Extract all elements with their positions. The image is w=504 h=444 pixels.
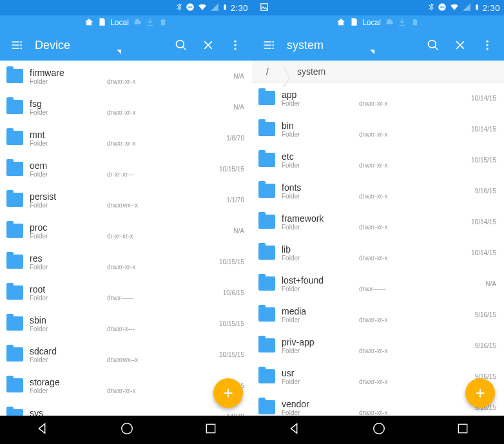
item-permissions: drwxr-xr-x — [359, 378, 387, 385]
item-name: sys — [30, 408, 199, 416]
overflow-button[interactable] — [474, 32, 500, 58]
list-item[interactable]: framework Folder drwxr-xr-x 10/14/15 — [252, 206, 504, 237]
close-button[interactable] — [195, 32, 221, 58]
item-date: 9/16/15 — [458, 188, 496, 195]
folder-icon — [6, 193, 23, 207]
folder-icon — [6, 162, 23, 176]
close-button[interactable] — [447, 32, 473, 58]
item-kind: Folder — [282, 285, 359, 293]
list-item[interactable]: fonts Folder drwxr-xr-x 9/16/15 — [252, 175, 504, 206]
nav-bar — [0, 416, 252, 444]
list-item[interactable]: oem Folder dr-xr-xr--- 10/15/15 — [0, 153, 252, 184]
search-button[interactable] — [420, 32, 446, 58]
list-item[interactable]: mnt Folder drwxr-xr-x 1/8/70 — [0, 122, 252, 153]
list-item[interactable]: persist Folder drwxrwx--x 1/1/70 — [0, 184, 252, 215]
folder-icon — [6, 285, 23, 300]
list-item[interactable]: bin Folder drwxr-xr-x 10/14/15 — [252, 113, 504, 144]
download-icon[interactable] — [146, 17, 155, 28]
item-permissions: drwxr-xr-x — [107, 387, 135, 394]
trash-icon[interactable] — [411, 17, 420, 28]
trash-icon[interactable] — [159, 17, 168, 28]
sdcard-icon[interactable] — [97, 17, 106, 28]
fab-add-button[interactable] — [213, 378, 243, 408]
item-name: fsg — [30, 99, 199, 109]
item-permissions: drwxr-xr-x — [359, 255, 387, 262]
list-item[interactable]: fsg Folder drwxr-xr-x N/A — [0, 92, 252, 122]
item-date: 10/14/15 — [458, 126, 496, 133]
toolbar: system — [252, 30, 504, 61]
svg-point-18 — [486, 41, 488, 43]
item-permissions: drwxrwx--x — [107, 202, 138, 209]
item-kind: Folder — [30, 78, 107, 85]
list-item[interactable]: lib Folder drwxr-xr-x 10/14/15 — [252, 237, 504, 268]
list-item[interactable]: app Folder drwxr-xr-x 10/14/15 — [252, 82, 504, 113]
svg-rect-1 — [188, 6, 192, 7]
item-name: lib — [282, 244, 451, 255]
item-date: N/A — [458, 280, 496, 287]
list-item[interactable]: firmware Folder drwxr-xr-x N/A — [0, 61, 252, 92]
item-name: usr — [282, 368, 451, 378]
cloud-icon[interactable] — [133, 17, 142, 28]
status-bar: 2:30 — [0, 0, 252, 15]
nav-home-button[interactable] — [372, 421, 386, 438]
fab-add-button[interactable] — [465, 378, 495, 408]
folder-icon — [258, 91, 275, 105]
item-date: 10/15/15 — [206, 258, 244, 265]
svg-point-19 — [486, 44, 488, 46]
list-item[interactable]: proc Folder dr-xr-xr-x N/A — [0, 215, 252, 246]
list-item[interactable]: root Folder drwx------ 10/6/15 — [0, 277, 252, 308]
item-kind: Folder — [282, 409, 359, 416]
list-item[interactable]: etc Folder drwxr-xr-x 10/15/15 — [252, 144, 504, 175]
menu-button[interactable] — [256, 32, 282, 58]
home-icon[interactable] — [336, 17, 345, 28]
phone-right: 2:30 Local system / system a — [252, 0, 504, 444]
list-item[interactable]: sbin Folder drwxr-x--- 10/15/15 — [0, 308, 252, 339]
item-permissions: drwxr-xr-x — [359, 193, 387, 200]
item-date: 10/15/15 — [458, 157, 496, 164]
item-kind: Folder — [282, 347, 359, 354]
list-item[interactable]: priv-app Folder drwxr-xr-x 9/16/15 — [252, 330, 504, 361]
menu-button[interactable] — [4, 32, 30, 58]
nav-back-button[interactable] — [35, 421, 50, 438]
svg-point-15 — [272, 44, 274, 46]
svg-point-6 — [234, 41, 236, 43]
list-item[interactable]: res Folder drwxr-xr-x 10/15/15 — [0, 246, 252, 277]
spinner-icon[interactable] — [117, 50, 121, 54]
overflow-button[interactable] — [222, 32, 248, 58]
svg-point-4 — [20, 48, 21, 50]
toolbar-title[interactable]: Device — [35, 39, 70, 52]
sdcard-icon[interactable] — [349, 17, 358, 28]
folder-icon — [258, 369, 275, 383]
list-item[interactable]: lost+found Folder drwx------ N/A — [252, 268, 504, 299]
item-permissions: drwx------ — [359, 285, 385, 293]
home-icon[interactable] — [84, 17, 93, 28]
nav-back-button[interactable] — [287, 421, 302, 438]
spinner-icon[interactable] — [370, 50, 374, 54]
nav-recent-button[interactable] — [204, 422, 217, 438]
svg-point-3 — [20, 44, 21, 46]
list-item[interactable]: sys Folder dr-xr-xr-x 1/8/70 — [0, 401, 252, 416]
item-date: 1/1/70 — [206, 197, 244, 204]
folder-icon — [6, 347, 23, 362]
location-bar: Local — [0, 15, 252, 30]
breadcrumb-system[interactable]: system — [283, 66, 340, 77]
nav-recent-button[interactable] — [456, 422, 469, 438]
list-item[interactable]: media Folder drwxr-xr-x 9/16/15 — [252, 299, 504, 330]
breadcrumb-root[interactable]: / — [252, 66, 283, 77]
folder-icon — [6, 224, 23, 238]
item-permissions: drwxr-xr-x — [359, 316, 387, 323]
item-permissions: drwxr-xr-x — [359, 131, 387, 138]
item-kind: Folder — [30, 294, 107, 302]
item-name: priv-app — [282, 337, 451, 347]
status-time: 2:30 — [231, 3, 248, 13]
item-kind: Folder — [282, 224, 359, 231]
folder-icon — [258, 400, 275, 414]
item-date: 9/16/15 — [458, 342, 496, 349]
nav-home-button[interactable] — [120, 421, 134, 438]
list-item[interactable]: sdcard Folder drwxrwx--x 10/15/15 — [0, 339, 252, 370]
download-icon[interactable] — [398, 17, 407, 28]
search-button[interactable] — [168, 32, 194, 58]
item-permissions: drwxr-xr-x — [359, 409, 387, 416]
toolbar-title[interactable]: system — [287, 39, 324, 52]
cloud-icon[interactable] — [385, 17, 394, 28]
